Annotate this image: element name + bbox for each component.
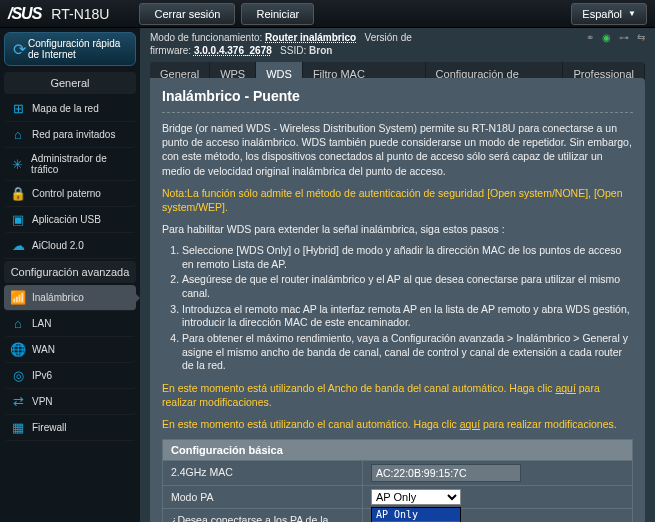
warn-text: En este momento está utilizando el canal… [162,418,460,430]
sidebar-wan[interactable]: 🌐WAN [4,337,136,363]
steps-list: Seleccione [WDS Only] o [Hybrid] de modo… [182,244,633,373]
usb-icon[interactable]: ⊶ [619,32,629,43]
page-title: Inalámbrico - Puente [162,88,633,113]
ssid-label: SSID: [280,45,306,56]
sidebar-item-label: Control paterno [32,188,101,199]
qis-label: Configuración rápida de Internet [28,38,129,60]
sidebar-item-label: LAN [32,318,51,329]
fw-label: firmware: [150,45,191,56]
sidebar-item-label: AiCloud 2.0 [32,240,84,251]
operation-mode-link[interactable]: Router inalámbrico [265,32,356,43]
sidebar-traffic[interactable]: ✳Administrador de tráfico [4,148,136,181]
guest-icon: ⌂ [8,127,28,142]
sidebar-aicloud[interactable]: ☁AiCloud 2.0 [4,233,136,259]
sidebar: ⟳ Configuración rápida de Internet Gener… [0,28,140,522]
sidebar-vpn[interactable]: ⇄VPN [4,389,136,415]
sidebar-item-label: Red para invitados [32,129,115,140]
connect-label: ¿Desea conectarse a los PA de la lista? [163,509,363,522]
mode-label: Modo de funcionamiento: [150,32,262,43]
sidebar-item-label: IPv6 [32,370,52,381]
vpn-icon: ⇄ [8,394,28,409]
sidebar-item-label: WAN [32,344,55,355]
language-label: Español [582,8,622,20]
sidebar-section-advanced: Configuración avanzada [4,261,136,283]
wifi-icon[interactable]: ⇆ [637,32,645,43]
sidebar-wireless[interactable]: 📶Inalámbrico [4,285,136,311]
sidebar-guest[interactable]: ⌂Red para invitados [4,122,136,148]
cloud-icon: ☁ [8,238,28,253]
intro-text: Bridge (or named WDS - Wireless Distribu… [162,121,633,178]
basic-section-header: Configuración básica [162,439,633,461]
sidebar-item-label: Mapa de la red [32,103,99,114]
channel-warning: En este momento está utilizando el canal… [162,417,633,431]
row-apmode: Modo PA AP Only AP Only WDS Only Hybrid [162,486,633,509]
sidebar-item-label: VPN [32,396,53,407]
sidebar-item-label: Inalámbrico [32,292,84,303]
note-text: Nota:La función sólo admite el método de… [162,186,633,214]
step-item: Introduzca el remoto mac AP la interfaz … [182,303,633,330]
chevron-down-icon: ▼ [628,9,636,18]
step-item: Para obtener el máximo rendimiento, vaya… [182,332,633,373]
wireless-icon: 📶 [8,290,28,305]
qis-button[interactable]: ⟳ Configuración rápida de Internet [4,32,136,66]
lan-icon: ⌂ [8,316,28,331]
status-icons: ⚭ ◉ ⊶ ⇆ [586,32,645,43]
step-item: Seleccione [WDS Only] o [Hybrid] de modo… [182,244,633,271]
qis-icon: ⟳ [11,40,28,59]
internet-icon[interactable]: ◉ [602,32,611,43]
sidebar-networkmap[interactable]: ⊞Mapa de la red [4,96,136,122]
warn-text: En este momento está utilizando el Ancho… [162,382,555,394]
channel-link[interactable]: aquí [460,418,480,430]
model-name: RT-N18U [51,6,109,22]
sidebar-parental[interactable]: 🔒Control paterno [4,181,136,207]
apmode-option-aponly[interactable]: AP Only [372,508,460,521]
brand-logo: /SUS [8,5,41,23]
firmware-link[interactable]: 3.0.0.4.376_2678 [194,45,272,56]
sidebar-item-label: Firewall [32,422,66,433]
sidebar-firewall[interactable]: ▦Firewall [4,415,136,441]
usbapp-icon: ▣ [8,212,28,227]
users-icon[interactable]: ⚭ [586,32,594,43]
apmode-dropdown: AP Only WDS Only Hybrid [371,507,461,522]
sidebar-item-label: Aplicación USB [32,214,101,225]
firewall-icon: ▦ [8,420,28,435]
version-label: Versión de [365,32,412,43]
mac-label: 2.4GHz MAC [163,461,363,485]
lock-icon: 🔒 [8,186,28,201]
networkmap-icon: ⊞ [8,101,28,116]
sidebar-item-label: Administrador de tráfico [31,153,132,175]
warn-text: para realizar modificaciones. [480,418,617,430]
step-item: Asegúrese de que el router inalámbrico y… [182,273,633,300]
traffic-icon: ✳ [8,157,27,172]
sidebar-ipv6[interactable]: ◎IPv6 [4,363,136,389]
reboot-button[interactable]: Reiniciar [241,3,314,25]
sidebar-usbapp[interactable]: ▣Aplicación USB [4,207,136,233]
bandwidth-warning: En este momento está utilizando el Ancho… [162,381,633,409]
ssid-value: Bron [309,45,332,56]
row-mac: 2.4GHz MAC [162,461,633,486]
howto-text: Para habilitar WDS para extender la seña… [162,222,633,236]
wan-icon: 🌐 [8,342,28,357]
bandwidth-link[interactable]: aquí [555,382,575,394]
mac-input[interactable] [371,464,521,482]
language-selector[interactable]: Español ▼ [571,3,647,25]
sidebar-lan[interactable]: ⌂LAN [4,311,136,337]
sidebar-section-general: General [4,72,136,94]
main-content: Inalámbrico - Puente Bridge (or named WD… [150,78,645,522]
ipv6-icon: ◎ [8,368,28,383]
logout-button[interactable]: Cerrar sesión [139,3,235,25]
apmode-label: Modo PA [163,486,363,508]
apmode-select[interactable]: AP Only [371,489,461,505]
top-bar: /SUS RT-N18U Cerrar sesión Reiniciar Esp… [0,0,655,28]
